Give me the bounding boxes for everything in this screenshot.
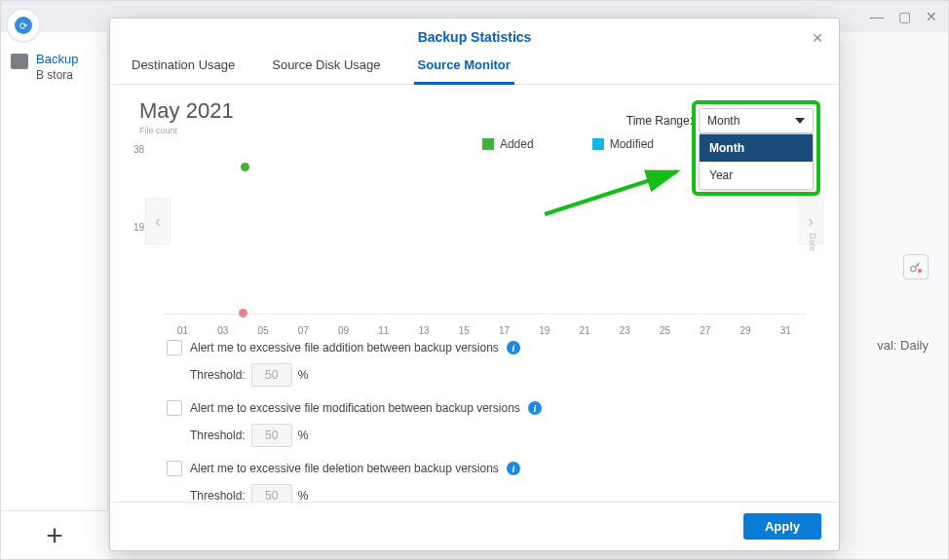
tabs: Destination Usage Source Disk Usage Sour… [110, 56, 839, 85]
maximize-icon[interactable]: ▢ [895, 8, 913, 25]
info-icon[interactable]: i [507, 462, 520, 475]
alert-deletion-label: Alert me to excessive file deletion betw… [190, 462, 499, 475]
x-tick: 13 [404, 325, 444, 336]
alert-modification-threshold: Threshold: % [190, 424, 816, 447]
info-icon[interactable]: i [528, 401, 542, 415]
y-tick: 38 [133, 144, 144, 155]
x-tick: 15 [444, 325, 484, 336]
bg-sidebar: ⟳ Backup B stora [1, 32, 108, 559]
alert-addition-row: Alert me to excessive file addition betw… [167, 340, 816, 355]
threshold-label: Threshold: [190, 368, 246, 382]
x-axis: 01 03 05 07 09 11 13 15 17 19 21 23 25 2… [163, 325, 806, 336]
alert-modification-checkbox[interactable] [167, 400, 182, 416]
alert-modification-threshold-input[interactable] [251, 424, 292, 447]
data-point-deleted [239, 309, 247, 317]
x-tick: 19 [524, 325, 564, 336]
alert-deletion-threshold-input[interactable] [251, 484, 292, 502]
x-tick: 01 [163, 325, 203, 336]
threshold-unit: % [298, 429, 309, 442]
dropdown-option-month[interactable]: Month [700, 134, 813, 162]
threshold-label: Threshold: [190, 429, 246, 442]
x-tick: 05 [244, 325, 284, 336]
add-task-button[interactable]: + [1, 510, 108, 559]
alert-addition-label: Alert me to excessive file addition betw… [190, 341, 499, 355]
data-point-added [241, 163, 249, 171]
y-tick: 19 [133, 222, 144, 233]
alert-addition-threshold-input[interactable] [251, 363, 292, 387]
threshold-label: Threshold: [190, 489, 246, 502]
apply-button[interactable]: Apply [743, 513, 821, 540]
minimize-icon[interactable]: — [868, 8, 886, 25]
x-tick: 17 [484, 325, 524, 336]
sidebar-item-sub: B stora [36, 68, 97, 82]
axis-label-date: Date [808, 233, 817, 251]
alert-modification-row: Alert me to excessive file modification … [167, 400, 816, 416]
x-tick: 23 [605, 325, 645, 336]
svg-point-1 [918, 269, 922, 273]
modal-title: Backup Statistics [110, 19, 839, 56]
x-tick: 09 [323, 325, 363, 336]
backup-statistics-modal: Backup Statistics × Destination Usage So… [109, 18, 840, 551]
bg-right-panel: val: Daily [877, 254, 929, 353]
info-icon[interactable]: i [507, 341, 520, 355]
tab-source-disk-usage[interactable]: Source Disk Usage [268, 56, 384, 84]
sidebar-item-backup[interactable]: Backup B stora [1, 32, 107, 88]
interval-text: val: Daily [877, 338, 929, 353]
threshold-unit: % [298, 368, 309, 382]
threshold-unit: % [298, 489, 309, 502]
x-tick: 27 [685, 325, 725, 336]
x-tick: 07 [284, 325, 323, 336]
alert-deletion-row: Alert me to excessive file deletion betw… [167, 461, 816, 476]
alert-deletion-threshold: Threshold: % [190, 484, 816, 502]
alert-modification-label: Alert me to excessive file modification … [190, 401, 520, 415]
key-icon[interactable] [903, 254, 929, 280]
tab-destination-usage[interactable]: Destination Usage [128, 56, 239, 84]
tab-source-monitor[interactable]: Source Monitor [414, 56, 514, 85]
close-window-icon[interactable]: ✕ [923, 8, 940, 25]
x-tick: 29 [726, 325, 766, 336]
close-icon[interactable]: × [808, 28, 827, 48]
x-tick: 25 [645, 325, 685, 336]
x-tick: 03 [203, 325, 243, 336]
chart-title: May 2021 [139, 98, 816, 124]
alert-addition-threshold: Threshold: % [190, 363, 816, 387]
x-tick: 31 [766, 325, 806, 336]
sidebar-item-title: Backup [36, 52, 97, 66]
alerts-section: Alert me to excessive file addition betw… [167, 340, 816, 502]
modal-footer: Apply [110, 502, 839, 550]
time-range-dropdown: Month Year [699, 133, 814, 190]
alert-deletion-checkbox[interactable] [167, 461, 182, 476]
x-tick: 21 [565, 325, 605, 336]
x-tick: 11 [363, 325, 403, 336]
dropdown-option-year[interactable]: Year [700, 162, 813, 189]
nas-icon [11, 54, 28, 69]
alert-addition-checkbox[interactable] [167, 340, 182, 355]
